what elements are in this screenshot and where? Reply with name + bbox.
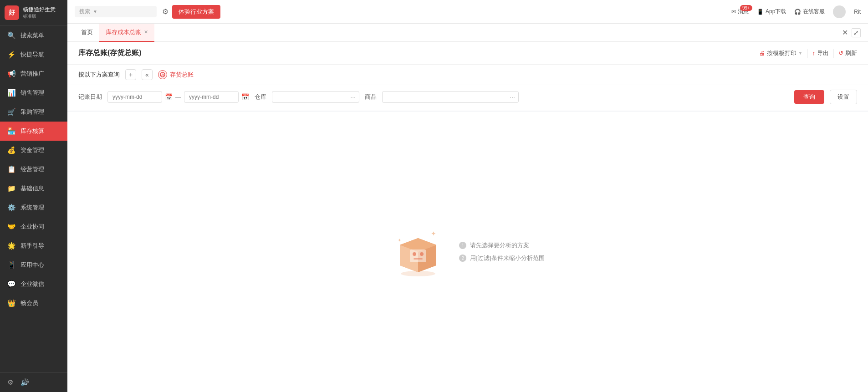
print-icon: 🖨 [759,50,765,56]
sidebar-settings-button[interactable]: ⚙ [7,378,13,387]
scheme-icon: 存 [160,72,165,77]
sidebar-item-system[interactable]: ⚙️ 系统管理 [0,198,67,217]
topbar-search-text: 搜索 [79,8,90,15]
product-select[interactable] [382,91,519,103]
sidebar-item-wechat[interactable]: 💬 企业微信 [0,275,67,294]
sidebar-scroll: 🔍 搜索菜单 ⚡ 快捷导航 📢 营销推广 📊 销售管理 🛒 采购管理 🏪 库存核… [0,26,67,372]
empty-illustration: ✦ ✦ [391,224,445,279]
user-avatar [833,5,846,18]
sidebar-item-basic[interactable]: 📁 基础信息 [0,179,67,198]
system-icon: ⚙️ [7,204,16,212]
svg-text:存: 存 [161,73,164,76]
sidebar-item-quicknav[interactable]: ⚡ 快捷导航 [0,45,67,64]
empty-box-svg: ✦ ✦ [391,224,445,279]
sidebar-item-newbie[interactable]: 🌟 新手引导 [0,236,67,255]
date-field-label: 记账日期 [78,93,102,101]
refresh-button[interactable]: ↺ 刷新 [838,49,857,57]
header-actions: 🖨 按模板打印 ▼ ↑ 导出 ↺ 刷新 [759,49,857,58]
sidebar-item-sales[interactable]: 📊 销售管理 [0,83,67,102]
sidebar-item-corp[interactable]: 🤝 企业协同 [0,217,67,236]
divider1 [807,49,808,58]
filter-row: 记账日期 📅 — 📅 仓库 ··· 商品 ··· 查询 设置 [67,85,868,111]
topbar-search-area[interactable]: 搜索 ▼ [75,6,157,17]
wechat-icon: 💬 [7,280,16,288]
sales-icon: 📊 [7,89,16,97]
warehouse-field-label: 仓库 [255,93,266,101]
date-start-input[interactable] [107,91,162,103]
basic-icon: 📁 [7,184,16,193]
apps-icon: 📱 [7,261,16,269]
scheme-label[interactable]: 存货总账 [170,71,194,79]
refresh-icon: ↺ [838,50,843,56]
tab-cost-ledger[interactable]: 库存成本总账 ✕ [99,24,154,42]
warehouse-select[interactable] [272,91,359,103]
date-separator: — [175,94,181,101]
svg-text:✦: ✦ [398,238,401,243]
logo-icon: 好 [5,5,19,20]
sidebar-audio-button[interactable]: 🔊 [20,378,29,387]
sidebar-item-finance[interactable]: 💰 资金管理 [0,141,67,160]
topbar: 搜索 ▼ ⚙ 体验行业方案 ✉ 消息 99+ 📱 App下载 🎧 在线客服 Ri… [67,0,868,24]
date-end-input[interactable] [184,91,239,103]
sidebar-item-marketing[interactable]: 📢 营销推广 [0,64,67,83]
sidebar-item-purchase[interactable]: 🛒 采购管理 [0,102,67,122]
filter-scheme: 存 存货总账 [158,70,194,79]
member-icon: 👑 [7,299,16,307]
tab-close-icon[interactable]: ✕ [144,29,148,35]
message-icon: ✉ [731,9,736,15]
filter-bar: 按以下方案查询 + « 存 存货总账 [67,64,868,85]
filter-add-button[interactable]: + [125,69,136,80]
product-field-label: 商品 [365,93,377,101]
svg-point-10 [420,252,424,256]
operations-icon: 📋 [7,165,16,173]
search-icon: 🔍 [7,31,16,40]
warehouse-select-wrapper: ··· [272,91,359,103]
topbar-settings-icon[interactable]: ⚙ [162,7,168,16]
scheme-tag-icon: 存 [158,70,167,79]
date-input-group: 📅 — 📅 [107,91,249,103]
empty-state: ✦ ✦ 1 请先选择要分析的方案 2 用[过滤]条件来缩小分析范围 [67,112,868,392]
calendar-start-icon[interactable]: 📅 [165,93,173,101]
setting-button[interactable]: 设置 [830,90,857,104]
corp-icon: 🤝 [7,223,16,231]
sidebar-logo: 好 畅捷通好生意 标准版 [0,0,67,26]
export-button[interactable]: ↑ 导出 [812,49,829,57]
svg-point-9 [413,252,416,256]
industry-btn[interactable]: 体验行业方案 [172,5,220,19]
logo-text: 畅捷通好生意 标准版 [23,6,56,20]
marketing-icon: 📢 [7,70,16,78]
filter-collapse-button[interactable]: « [142,69,153,80]
print-template-button[interactable]: 🖨 按模板打印 ▼ [759,49,803,57]
print-chevron-icon[interactable]: ▼ [798,51,803,56]
sidebar-item-apps[interactable]: 📱 应用中心 [0,255,67,275]
empty-tip-2: 2 用[过滤]条件来缩小分析范围 [459,254,544,262]
online-service-button[interactable]: 🎧 在线客服 [794,8,825,15]
export-icon: ↑ [812,50,816,56]
username-label: Rit [854,9,861,15]
inventory-icon: 🏪 [7,127,16,135]
sidebar-item-search[interactable]: 🔍 搜索菜单 [0,26,67,45]
tabs-bar: 首页 库存成本总账 ✕ ✕ ⤢ [67,24,868,42]
topbar-right: ✉ 消息 99+ 📱 App下载 🎧 在线客服 Rit [731,5,861,18]
sidebar: 好 畅捷通好生意 标准版 🔍 搜索菜单 ⚡ 快捷导航 📢 营销推广 📊 销售管理… [0,0,67,392]
svg-text:✦: ✦ [431,230,436,237]
finance-icon: 💰 [7,146,16,154]
page-title: 库存总账(存货总账) [78,48,142,58]
tab-home[interactable]: 首页 [75,24,99,42]
filter-scheme-label: 按以下方案查询 [78,71,120,79]
sidebar-item-inventory[interactable]: 🏪 库存核算 [0,122,67,141]
service-icon: 🎧 [794,9,801,15]
quicknav-icon: ⚡ [7,51,16,59]
app-download-button[interactable]: 📱 App下载 [757,8,786,15]
query-button[interactable]: 查询 [794,90,824,104]
sidebar-item-member[interactable]: 👑 畅会员 [0,294,67,313]
calendar-end-icon[interactable]: 📅 [241,93,249,101]
purchase-icon: 🛒 [7,108,16,116]
topbar-left: 搜索 ▼ ⚙ 体验行业方案 [75,5,731,19]
panel-close-button[interactable]: ✕ [842,28,848,37]
content-area: 库存总账(存货总账) 🖨 按模板打印 ▼ ↑ 导出 ↺ 刷新 [67,42,868,392]
panel-expand-icon[interactable]: ⤢ [852,28,861,37]
message-button[interactable]: ✉ 消息 99+ [731,8,749,15]
empty-tip-1: 1 请先选择要分析的方案 [459,241,544,249]
sidebar-item-operations[interactable]: 📋 经营管理 [0,160,67,179]
